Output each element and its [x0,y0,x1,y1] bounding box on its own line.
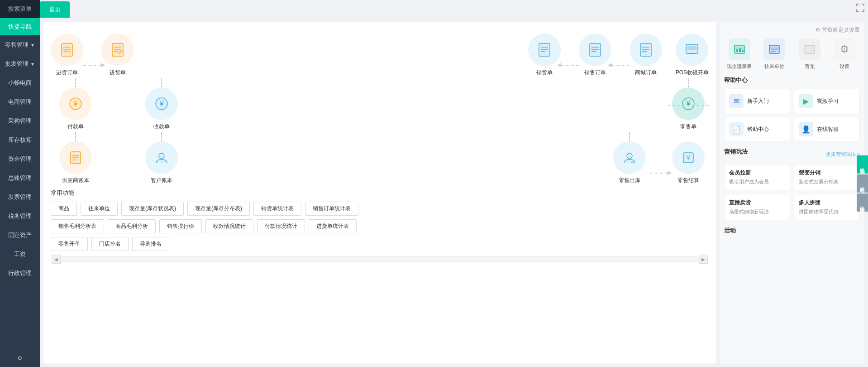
sidebar-settings[interactable]: ⚙ [0,349,40,367]
right-panel: ⚙ 首页自定义设置 现金流量表 [720,22,864,363]
svg-rect-41 [739,48,741,52]
marketing-member[interactable]: 会员拉新 吸引用户成为会员 [724,164,790,190]
sidebar-item-ledger[interactable]: 总账管理 [0,169,40,188]
common-functions: 常用功能 商品 往来单位 现存量(库存状况表) 现存量(库存分布表) 销货单统计… [51,189,709,251]
flow-node-sales-order[interactable]: 销售订单 [579,34,611,77]
svg-rect-21 [687,46,696,50]
func-btn-partners[interactable]: 往来单位 [81,202,118,216]
func-btn-goods-margin[interactable]: 商品毛利分析 [108,219,156,233]
sidebar-item-label: 行政管理 [8,269,32,277]
quick-icon-cashflow[interactable]: 现金流量表 [724,39,755,70]
svg-point-33 [159,153,164,159]
func-btn-receipt-stats[interactable]: 收款情况统计 [205,219,253,233]
supplier-account-icon [59,141,92,174]
sidebar-item-admin[interactable]: 行政管理 [0,264,40,283]
float-btn-desktop[interactable]: 桌面快捷 [857,193,868,212]
float-btn-community[interactable]: 服务社区 [857,174,868,193]
help-grid: ✉ 新手入门 ▶ 视频学习 📄 帮助中心 👤 在线客服 [724,89,860,141]
sidebar-item-tax[interactable]: 税务管理 [0,207,40,226]
flow-diagram: 进货订单 ▶ [51,29,709,189]
sidebar-item-label: 库存核算 [8,136,32,144]
func-btn-store-ranking[interactable]: 门店排名 [91,237,129,251]
marketing-live-desc: 场景式购物新玩法 [729,208,785,215]
flow-node-mall-order[interactable]: 商城订单 [630,34,662,77]
sidebar-item-ecom-small[interactable]: 小畅电商 [0,73,40,92]
sidebar-search[interactable]: 搜索菜单 [0,0,40,18]
func-btn-goods[interactable]: 商品 [51,202,77,216]
customize-link[interactable]: ⚙ 首页自定义设置 [724,26,860,34]
sidebar-item-inventory[interactable]: 库存核算 [0,130,40,150]
func-btn-retail-order[interactable]: 零售开单 [51,237,88,251]
scroll-left-btn[interactable]: ◀ [52,255,61,264]
more-marketing-link[interactable]: 更多营销玩法 > [826,151,860,158]
marketing-fission[interactable]: 裂变分销 裂变式发展分销商 [794,164,860,190]
float-btn-service[interactable]: 客服热线 [857,155,868,174]
sidebar-item-ecom-mgmt[interactable]: 电商管理 [0,92,40,111]
scroll-right-btn[interactable]: ▶ [699,255,708,264]
retail-bill-icon: ¥ [672,87,705,120]
customer-account-icon [145,141,178,174]
retail-out-icon [613,141,646,174]
purchase-icon [101,34,134,66]
svg-rect-4 [112,43,123,56]
sidebar-item-label: 发票管理 [8,193,32,201]
svg-text:¥: ¥ [686,100,691,107]
chevron-icon: ▼ [30,43,35,48]
func-row-2: 销售毛利分析表 商品毛利分析 销售排行榜 收款情况统计 付款情况统计 进货单统计… [51,219,709,233]
purchase-order-icon [51,34,83,66]
marketing-member-title: 会员拉新 [729,169,785,177]
sidebar-item-finance[interactable]: 资金管理 [0,150,40,169]
chevron-icon: ▼ [30,62,35,67]
sales-label: 销货单 [536,69,553,77]
func-btn-sales-stats[interactable]: 销货单统计表 [253,202,301,216]
sidebar-item-salary[interactable]: 工资 [0,245,40,264]
scroll-track[interactable] [61,256,699,262]
marketing-group[interactable]: 多人拼团 拼团购物享受优惠 [794,194,860,220]
sidebar-item-retail[interactable]: 零售管理 ▼ [0,35,40,54]
func-btn-guide-ranking[interactable]: 导购排名 [132,237,169,251]
sidebar-item-purchase[interactable]: 采购管理 [0,111,40,130]
help-item-helpcenter[interactable]: 📄 帮助中心 [724,117,790,141]
marketing-fission-title: 裂变分销 [799,169,855,177]
sidebar-item-fixedasset[interactable]: 固定资产 [0,226,40,245]
flow-node-purchase-order[interactable]: 进货订单 [51,34,83,77]
payment-label: 付款单 [67,123,84,130]
sidebar-nav-item-quicknav[interactable]: 快捷导航 [0,18,40,35]
mall-order-label: 商城订单 [635,69,657,77]
flow-node-pos[interactable]: POS收银开单 [676,34,709,77]
help-item-beginner[interactable]: ✉ 新手入门 [724,89,790,113]
svg-text:¥: ¥ [73,100,78,107]
sales-icon [528,34,561,66]
sidebar-item-label: 电商管理 [8,98,32,106]
quick-icon-none[interactable]: 暂无 [794,39,825,70]
purchase-order-label: 进货订单 [56,69,78,77]
quick-icon-partners[interactable]: 往来单位 [759,39,790,70]
common-functions-title: 常用功能 [51,189,709,197]
func-btn-stock-dist[interactable]: 现存量(库存分布表) [187,202,250,216]
help-center-section: 帮助中心 ✉ 新手入门 ▶ 视频学习 📄 帮助中心 👤 [724,76,860,141]
fullscreen-icon[interactable] [856,4,864,13]
help-item-chat[interactable]: 👤 在线客服 [794,117,860,141]
retail-bill-label: 零售单 [680,123,696,130]
func-btn-sales-margin[interactable]: 销售毛利分析表 [51,219,104,233]
func-btn-sales-ranking[interactable]: 销售排行榜 [159,219,202,233]
sidebar-item-invoice[interactable]: 发票管理 [0,188,40,207]
quick-icon-settings[interactable]: ⚙ 设置 [830,39,860,70]
help-item-video[interactable]: ▶ 视频学习 [794,89,860,113]
marketing-group-title: 多人拼团 [799,199,855,207]
content-area: 进货订单 ▶ [40,18,868,367]
func-btn-stock-status[interactable]: 现存量(库存状况表) [121,202,184,216]
marketing-group-desc: 拼团购物享受优惠 [799,208,855,215]
tab-home[interactable]: 首页 [40,1,70,18]
marketing-header: 营销玩法 更多营销玩法 > [724,148,860,160]
sidebar-item-wholesale[interactable]: 批发管理 ▼ [0,54,40,73]
flow-node-sales[interactable]: 销货单 [528,34,561,77]
func-btn-purchase-stats[interactable]: 进货单统计表 [309,219,357,233]
settings-icon: ⚙ [834,39,855,60]
marketing-live[interactable]: 直播卖货 场景式购物新玩法 [724,194,790,220]
sidebar-item-label: 工资 [14,250,26,258]
marketing-grid: 会员拉新 吸引用户成为会员 裂变分销 裂变式发展分销商 直播卖货 场景式购物新玩… [724,164,860,220]
func-btn-sales-order-stats[interactable]: 销售订单统计表 [305,202,358,216]
flow-node-purchase[interactable]: 进货单 [101,34,134,77]
func-btn-payment-stats[interactable]: 付款情况统计 [257,219,305,233]
